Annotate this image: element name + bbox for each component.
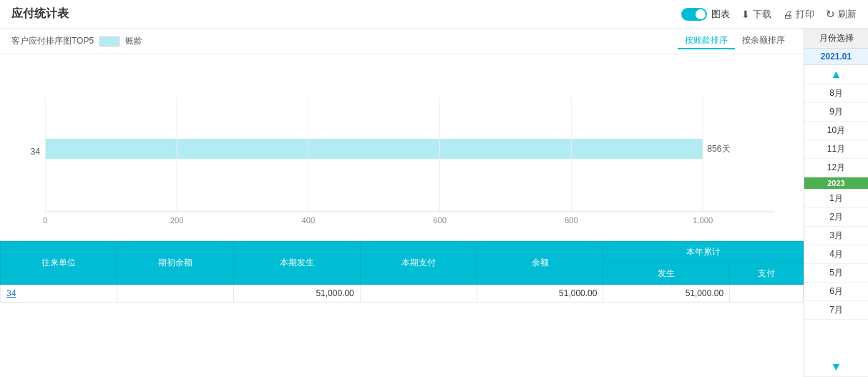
page-title: 应付统计表 (11, 6, 69, 21)
table-row: 34 51,000.00 51,000.00 51,000.00 (1, 285, 804, 303)
download-button[interactable]: 下载 (741, 8, 771, 21)
header-actions: 图表 下载 打印 刷新 (681, 8, 857, 21)
cell-ytd-pay (730, 285, 804, 303)
unit-link[interactable]: 34 (6, 288, 16, 298)
month-item[interactable]: 4月 (804, 245, 868, 264)
month-item[interactable]: 10月 (804, 122, 868, 140)
month-item[interactable]: 8月 (804, 84, 868, 103)
th-ytd-group: 本年累计 (603, 242, 804, 263)
data-table: 往来单位 期初余额 本期发生 本期支付 余额 本年累计 发生 支付 (0, 240, 804, 303)
cell-current-occ: 51,000.00 (234, 285, 361, 303)
th-ytd-occ: 发生 (603, 263, 730, 285)
svg-text:200: 200 (170, 216, 184, 225)
chart-legend: 客户应付排序图TOP5 账龄 (11, 35, 142, 47)
month-item[interactable]: 1月 (804, 190, 868, 208)
sort-by-balance-tab[interactable]: 按余额排序 (735, 33, 792, 49)
th-opening: 期初余额 (117, 242, 234, 285)
chart-toggle-wrap: 图表 (681, 8, 730, 21)
sort-by-amount-tab[interactable]: 按账龄排序 (678, 33, 735, 49)
scroll-down-button[interactable]: ▼ (804, 358, 868, 377)
svg-text:600: 600 (433, 216, 447, 225)
sidebar-current-value[interactable]: 2021.01 (804, 49, 868, 65)
month-item[interactable]: 11月 (804, 140, 868, 159)
svg-text:0: 0 (43, 216, 47, 225)
print-button[interactable]: 打印 (783, 8, 814, 21)
month-item[interactable]: 7月 (804, 301, 868, 320)
bar-chart-container: 34 856天 0 200 400 600 800 1,000 (0, 54, 804, 240)
refresh-button[interactable]: 刷新 (826, 8, 857, 21)
refresh-label: 刷新 (838, 8, 857, 21)
legend-text: 客户应付排序图TOP5 (11, 35, 94, 47)
sidebar-scroll: ▲ 8月9月10月11月12月20231月2月3月4月5月6月7月 ▼ (804, 65, 868, 377)
month-item[interactable]: 2月 (804, 208, 868, 227)
svg-text:400: 400 (301, 216, 315, 225)
download-icon (741, 9, 750, 20)
month-item[interactable]: 12月 (804, 159, 868, 177)
chart-toggle[interactable] (681, 8, 707, 21)
cell-balance: 51,000.00 (477, 285, 603, 303)
month-list: 8月9月10月11月12月20231月2月3月4月5月6月7月 (804, 84, 868, 358)
download-label: 下载 (753, 8, 771, 21)
th-current-pay: 本期支付 (360, 242, 477, 285)
cell-unit: 34 (1, 285, 117, 303)
sort-tabs: 按账龄排序 按余额排序 (678, 33, 792, 49)
legend-label: 账龄 (125, 35, 142, 47)
th-ytd-pay: 支付 (730, 263, 804, 285)
scroll-up-button[interactable]: ▲ (804, 65, 868, 84)
legend-box (99, 36, 120, 46)
month-item[interactable]: 9月 (804, 103, 868, 122)
th-balance: 余额 (477, 242, 603, 285)
sidebar-header: 月份选择 (804, 29, 868, 49)
right-sidebar: 月份选择 2021.01 ▲ 8月9月10月11月12月20231月2月3月4月… (804, 29, 868, 377)
month-item[interactable]: 5月 (804, 264, 868, 283)
print-label: 打印 (796, 8, 814, 21)
month-item[interactable]: 2023 (804, 177, 868, 190)
print-icon (783, 9, 793, 20)
svg-text:800: 800 (565, 216, 578, 225)
svg-text:34: 34 (31, 147, 41, 157)
cell-current-pay (360, 285, 477, 303)
cell-opening (117, 285, 234, 303)
toggle-label: 图表 (711, 8, 730, 21)
month-item[interactable]: 6月 (804, 283, 868, 301)
svg-rect-1 (45, 139, 703, 159)
month-item[interactable]: 3月 (804, 227, 868, 245)
svg-text:856天: 856天 (707, 144, 731, 154)
svg-text:1,000: 1,000 (693, 216, 713, 225)
th-current-occ: 本期发生 (234, 242, 361, 285)
refresh-icon (826, 8, 835, 21)
th-unit: 往来单位 (1, 242, 117, 285)
cell-ytd-occ: 51,000.00 (603, 285, 730, 303)
